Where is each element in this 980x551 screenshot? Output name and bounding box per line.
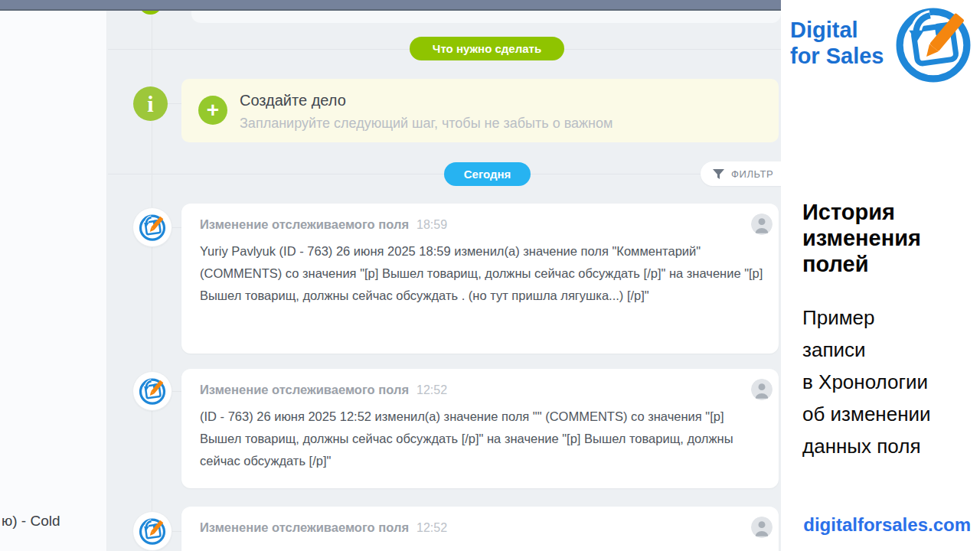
deal-name-partial: ю) - Cold bbox=[2, 513, 60, 530]
avatar bbox=[751, 379, 773, 400]
window-top-bar bbox=[0, 0, 781, 11]
entry-body: (ID - 763) 26 июня 2025 12:52 изменил(а)… bbox=[200, 406, 766, 472]
funnel-icon bbox=[713, 169, 724, 179]
entry-title: Изменение отслеживаемого поля bbox=[200, 217, 409, 231]
heading-line: полей bbox=[802, 251, 921, 277]
timeline-entry-card: Изменение отслеживаемого поля12:52 (ID -… bbox=[181, 369, 779, 488]
entry-body: Yuriy Pavlyuk (ID - 763) 26 июня 2025 18… bbox=[200, 240, 766, 307]
brand-line2: for Sales bbox=[790, 43, 884, 69]
previous-card-edge bbox=[191, 11, 781, 23]
description-line: записи bbox=[802, 334, 931, 366]
create-activity-title: Создайте дело bbox=[240, 92, 346, 109]
avatar bbox=[751, 517, 773, 538]
entry-logo-icon bbox=[132, 371, 172, 411]
slide-description: Пример записи в Хронологии об изменении … bbox=[802, 302, 931, 462]
description-line: данных поля bbox=[802, 430, 931, 462]
heading-line: изменения bbox=[802, 225, 921, 251]
dfs-app-icon bbox=[139, 377, 166, 405]
timeline-entry-card: Изменение отслеживаемого поля12:52 bbox=[181, 507, 779, 551]
entry-logo-icon bbox=[132, 207, 172, 247]
heading-line: История bbox=[802, 199, 921, 225]
entry-title: Изменение отслеживаемого поля bbox=[200, 383, 409, 396]
slide-heading: История изменения полей bbox=[802, 199, 921, 277]
info-icon: i bbox=[133, 86, 168, 121]
brand-name: Digital for Sales bbox=[790, 17, 884, 69]
entry-time: 12:52 bbox=[416, 521, 447, 534]
filter-label: ФИЛЬТР bbox=[731, 168, 773, 180]
create-activity-subtitle: Запланируйте следующий шаг, чтобы не заб… bbox=[240, 116, 612, 132]
entry-time: 12:52 bbox=[416, 383, 447, 396]
deal-sidebar: ю) - Cold bbox=[0, 11, 107, 551]
user-avatar-icon bbox=[751, 379, 773, 400]
entry-logo-icon bbox=[132, 511, 172, 551]
website-link[interactable]: digitalforsales.com bbox=[803, 514, 971, 536]
branding-panel: Digital for Sales История изменения поле… bbox=[781, 0, 980, 551]
entry-title: Изменение отслеживаемого поля bbox=[200, 520, 409, 534]
create-activity-card[interactable]: + Создайте дело Запланируйте следующий ш… bbox=[181, 79, 779, 142]
plus-icon[interactable]: + bbox=[198, 96, 227, 125]
today-badge: Сегодня bbox=[444, 162, 531, 186]
brand-line1: Digital bbox=[790, 17, 884, 43]
dfs-app-icon bbox=[139, 517, 166, 545]
entry-time: 18:59 bbox=[416, 218, 447, 231]
dfs-app-icon bbox=[139, 214, 166, 241]
user-avatar-icon bbox=[751, 517, 773, 538]
dfs-brand-logo-icon bbox=[894, 5, 972, 83]
todo-section-badge: Что нужно сделать bbox=[410, 37, 564, 60]
description-line: об изменении bbox=[802, 398, 931, 430]
screenshot-root: ю) - Cold Что нужно сделать i + Создайте… bbox=[0, 0, 980, 551]
user-avatar-icon bbox=[751, 214, 773, 235]
timeline-entry-card: Изменение отслеживаемого поля18:59 Yuriy… bbox=[181, 204, 779, 354]
avatar bbox=[751, 214, 773, 235]
crm-timeline-area: ю) - Cold Что нужно сделать i + Создайте… bbox=[0, 0, 781, 551]
info-glyph: i bbox=[147, 91, 153, 117]
description-line: Пример bbox=[802, 302, 931, 334]
description-line: в Хронологии bbox=[802, 366, 931, 398]
connector-line bbox=[168, 103, 181, 104]
